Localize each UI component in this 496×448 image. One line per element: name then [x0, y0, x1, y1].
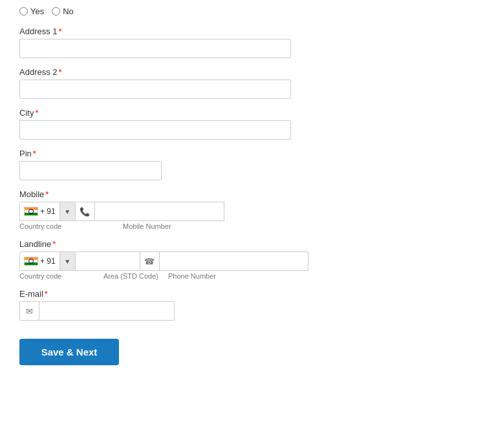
- landline-phone-row: + 91 ▼ ☎: [19, 251, 477, 271]
- mobile-phone-row: + 91 ▼ 📞: [19, 202, 477, 221]
- mobile-number-input[interactable]: [95, 202, 224, 221]
- email-icon: ✉: [26, 306, 33, 316]
- landline-sub-labels: Country code Area (STD Code) Phone Numbe…: [19, 272, 477, 280]
- mobile-sub-labels: Country code Mobile Number: [19, 222, 477, 230]
- email-label: E-mail*: [19, 289, 477, 299]
- email-input[interactable]: [39, 302, 169, 320]
- email-group: E-mail* ✉: [19, 289, 477, 321]
- address2-input[interactable]: [19, 80, 291, 99]
- landline-country-code-text: + 91: [40, 257, 56, 266]
- landline-phone-icon-box: ☎: [140, 251, 160, 271]
- yes-label: Yes: [30, 6, 44, 16]
- city-label: City*: [19, 108, 477, 118]
- city-group: City*: [19, 108, 477, 140]
- email-icon-box: ✉: [20, 301, 39, 321]
- mobile-phone-icon-box: 📞: [76, 202, 95, 221]
- yes-no-radio-group: Yes No: [19, 6, 477, 16]
- mobile-country-code-wrapper: + 91 ▼: [19, 202, 76, 221]
- landline-dropdown-arrow-icon: ▼: [64, 258, 70, 265]
- pin-group: Pin*: [19, 149, 477, 180]
- mobile-icon-spacer: [103, 222, 123, 230]
- landline-india-flag-icon: [24, 257, 38, 266]
- address2-group: Address 2*: [19, 67, 477, 99]
- mobile-group: Mobile* + 91 ▼ 📞 Country code Mobile Num…: [19, 189, 477, 230]
- mobile-phone-icon: 📞: [80, 207, 90, 217]
- no-radio[interactable]: [52, 7, 60, 16]
- landline-group: Landline* + 91 ▼ ☎ Country code Area (ST…: [19, 239, 477, 280]
- yes-radio-label[interactable]: Yes: [19, 6, 44, 16]
- landline-tel-icon: ☎: [144, 257, 155, 266]
- pin-label: Pin*: [19, 149, 477, 158]
- landline-label: Landline*: [19, 239, 477, 249]
- landline-country-code-dropdown[interactable]: ▼: [59, 251, 75, 271]
- area-code-input[interactable]: [76, 251, 140, 271]
- address1-group: Address 1*: [19, 27, 477, 58]
- landline-country-code-wrapper: + 91 ▼: [19, 251, 76, 271]
- mobile-cc-sub-label: Country code: [19, 222, 103, 230]
- mobile-label: Mobile*: [19, 189, 477, 199]
- mobile-number-sub-label: Mobile Number: [123, 222, 171, 230]
- yes-radio[interactable]: [19, 7, 28, 16]
- address1-input[interactable]: [19, 39, 291, 58]
- landline-cc-sub-label: Country code: [19, 272, 103, 280]
- india-flag-icon: [24, 207, 38, 216]
- dropdown-arrow-icon: ▼: [64, 208, 70, 215]
- no-radio-label[interactable]: No: [52, 6, 74, 16]
- city-input[interactable]: [19, 120, 291, 140]
- mobile-flag-part: + 91: [20, 202, 59, 220]
- address2-label: Address 2*: [19, 67, 477, 77]
- landline-area-sub-label: Area (STD Code): [103, 272, 168, 280]
- save-next-button[interactable]: Save & Next: [19, 339, 119, 365]
- mobile-country-code-text: + 91: [40, 207, 56, 216]
- pin-input[interactable]: [19, 161, 162, 180]
- address1-label: Address 1*: [19, 27, 477, 36]
- landline-flag-part: + 91: [20, 252, 59, 270]
- landline-phone-sub-label: Phone Number: [168, 272, 216, 280]
- no-label: No: [63, 6, 74, 16]
- mobile-country-code-dropdown[interactable]: ▼: [59, 202, 75, 221]
- email-row: ✉: [19, 301, 175, 321]
- phone-number-input[interactable]: [160, 251, 308, 271]
